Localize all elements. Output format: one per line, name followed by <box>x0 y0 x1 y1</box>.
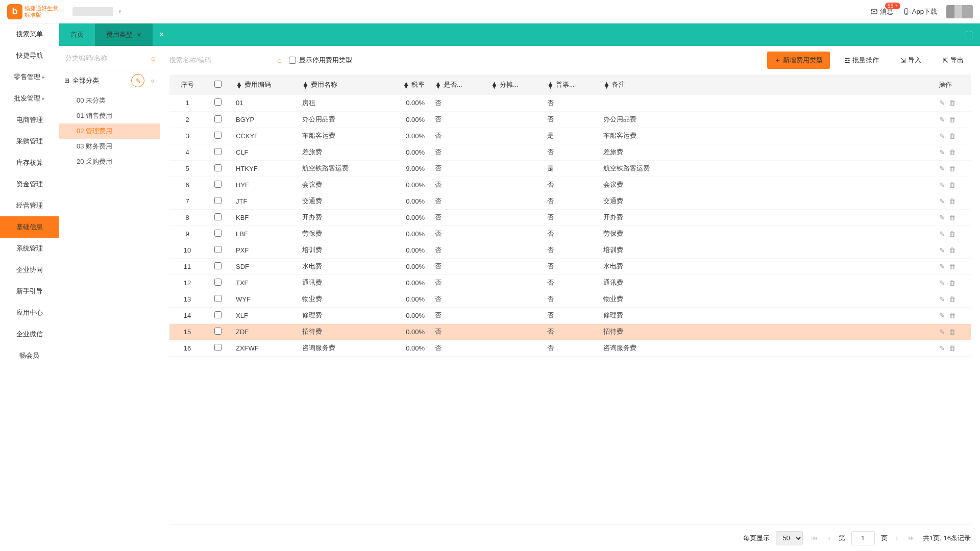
category-search-input[interactable] <box>65 54 151 62</box>
sidebar-item[interactable]: 系统管理 <box>0 238 59 259</box>
table-row[interactable]: 14XLF修理费0.00%否否修理费✎🗑 <box>169 307 971 323</box>
edit-icon[interactable]: ✎ <box>939 116 945 123</box>
delete-icon[interactable]: 🗑 <box>949 246 955 254</box>
row-checkbox[interactable] <box>214 279 222 286</box>
delete-icon[interactable]: 🗑 <box>949 230 955 238</box>
show-disabled-input[interactable] <box>289 57 296 64</box>
select-all-checkbox[interactable] <box>214 81 222 88</box>
col-alloc[interactable]: ▲▼分摊... <box>486 74 542 95</box>
page-input[interactable] <box>851 531 875 545</box>
col-ticket[interactable]: ▲▼普票... <box>542 74 598 95</box>
row-checkbox[interactable] <box>214 164 222 171</box>
table-row[interactable]: 101房租0.00%否否✎🗑 <box>169 95 971 111</box>
edit-icon[interactable]: ✎ <box>939 263 945 270</box>
col-tax[interactable]: ▲▼税率 <box>379 74 430 95</box>
edit-icon[interactable]: ✎ <box>939 181 945 189</box>
user-avatar[interactable] <box>946 5 973 18</box>
sidebar-item[interactable]: 基础信息 <box>0 216 59 238</box>
row-checkbox[interactable] <box>214 115 222 122</box>
edit-icon[interactable]: ✎ <box>939 328 945 336</box>
first-page-button[interactable]: ⏮ <box>809 534 820 542</box>
edit-icon[interactable]: ✎ <box>939 197 945 205</box>
app-download-button[interactable]: App下载 <box>902 7 937 16</box>
close-tab-button[interactable]: × <box>153 23 171 46</box>
category-item[interactable]: 20 采购费用 <box>59 154 160 169</box>
table-row[interactable]: 8KBF开办费0.00%否否开办费✎🗑 <box>169 209 971 226</box>
row-checkbox[interactable] <box>214 148 222 155</box>
export-button[interactable]: ⇱ 导出 <box>936 52 971 69</box>
edit-icon[interactable]: ✎ <box>939 344 945 352</box>
row-checkbox[interactable] <box>214 344 222 351</box>
category-item[interactable]: 01 销售费用 <box>59 108 160 123</box>
table-row[interactable]: 9LBF劳保费0.00%否否劳保费✎🗑 <box>169 226 971 242</box>
tenant-selector[interactable]: ▾ <box>72 7 121 16</box>
row-checkbox[interactable] <box>214 213 222 220</box>
sidebar-item[interactable]: 经营管理 <box>0 195 59 216</box>
messages-button[interactable]: 消息 99 + <box>870 7 893 16</box>
delete-icon[interactable]: 🗑 <box>949 132 955 140</box>
edit-icon[interactable]: ✎ <box>939 148 945 156</box>
sidebar-item[interactable]: 采购管理 <box>0 131 59 152</box>
table-row[interactable]: 3CCKYF车船客运费3.00%否是车船客运费✎🗑 <box>169 128 971 144</box>
delete-icon[interactable]: 🗑 <box>949 328 955 336</box>
row-checkbox[interactable] <box>214 181 222 188</box>
col-name[interactable]: ▲▼费用名称 <box>297 74 379 95</box>
table-row[interactable]: 15ZDF招待费0.00%否否招待费✎🗑 <box>169 323 971 340</box>
collapse-panel-button[interactable]: « <box>151 77 155 85</box>
edit-icon[interactable]: ✎ <box>939 230 945 238</box>
last-page-button[interactable]: ⏭ <box>906 534 917 542</box>
table-row[interactable]: 11SDF水电费0.00%否否水电费✎🗑 <box>169 258 971 274</box>
delete-icon[interactable]: 🗑 <box>949 295 955 303</box>
edit-categories-button[interactable]: ✎ <box>131 74 144 87</box>
edit-icon[interactable]: ✎ <box>939 99 945 107</box>
table-row[interactable]: 5HTKYF航空铁路客运费9.00%否是航空铁路客运费✎🗑 <box>169 160 971 177</box>
edit-icon[interactable]: ✎ <box>939 312 945 319</box>
row-checkbox[interactable] <box>214 246 222 253</box>
delete-icon[interactable]: 🗑 <box>949 116 955 123</box>
table-row[interactable]: 12TXF通讯费0.00%否否通讯费✎🗑 <box>169 274 971 291</box>
table-row[interactable]: 10PXF培训费0.00%否否培训费✎🗑 <box>169 242 971 258</box>
category-item[interactable]: 00 未分类 <box>59 93 160 108</box>
delete-icon[interactable]: 🗑 <box>949 197 955 205</box>
row-checkbox[interactable] <box>214 328 222 335</box>
sidebar-item[interactable]: 企业协同 <box>0 259 59 281</box>
table-search-input[interactable] <box>169 56 277 64</box>
show-disabled-checkbox[interactable]: 显示停用费用类型 <box>289 56 352 65</box>
table-row[interactable]: 4CLF差旅费0.00%否否差旅费✎🗑 <box>169 144 971 160</box>
category-item[interactable]: 03 财务费用 <box>59 139 160 154</box>
col-is[interactable]: ▲▼是否... <box>430 74 486 95</box>
col-code[interactable]: ▲▼费用编码 <box>231 74 297 95</box>
batch-button[interactable]: ☲ 批量操作 <box>837 52 886 69</box>
edit-icon[interactable]: ✎ <box>939 214 945 221</box>
row-checkbox[interactable] <box>214 230 222 237</box>
sidebar-item[interactable]: 快捷导航 <box>0 45 59 66</box>
sidebar-item[interactable]: 零售管理▸ <box>0 66 59 88</box>
row-checkbox[interactable] <box>214 197 222 204</box>
col-remark[interactable]: ▲▼备注 <box>598 74 920 95</box>
tab[interactable]: 首页 <box>59 23 95 46</box>
edit-icon[interactable]: ✎ <box>939 246 945 254</box>
table-row[interactable]: 6HYF会议费0.00%否否会议费✎🗑 <box>169 177 971 193</box>
table-row[interactable]: 2BGYP办公用品费0.00%否否办公用品费✎🗑 <box>169 111 971 128</box>
delete-icon[interactable]: 🗑 <box>949 263 955 270</box>
delete-icon[interactable]: 🗑 <box>949 279 955 287</box>
next-page-button[interactable]: › <box>894 534 900 542</box>
delete-icon[interactable]: 🗑 <box>949 148 955 156</box>
table-row[interactable]: 16ZXFWF咨询服务费0.00%否否咨询服务费✎🗑 <box>169 340 971 356</box>
table-row[interactable]: 13WYF物业费0.00%否否物业费✎🗑 <box>169 291 971 307</box>
sidebar-item[interactable]: 库存核算 <box>0 152 59 173</box>
new-button[interactable]: ＋ 新增费用类型 <box>767 52 830 69</box>
row-checkbox[interactable] <box>214 98 222 106</box>
import-button[interactable]: ⇲ 导入 <box>893 52 928 69</box>
delete-icon[interactable]: 🗑 <box>949 214 955 221</box>
fullscreen-button[interactable] <box>958 23 980 46</box>
sidebar-item[interactable]: 应用中心 <box>0 302 59 323</box>
search-icon[interactable]: ⌕ <box>151 54 156 62</box>
category-item[interactable]: 02 管理费用 <box>59 123 160 139</box>
prev-page-button[interactable]: ‹ <box>826 534 832 542</box>
sidebar-item[interactable]: 企业微信 <box>0 323 59 345</box>
delete-icon[interactable]: 🗑 <box>949 165 955 172</box>
row-checkbox[interactable] <box>214 295 222 302</box>
search-icon[interactable]: ⌕ <box>277 56 282 64</box>
tab[interactable]: 费用类型✕ <box>95 23 153 46</box>
